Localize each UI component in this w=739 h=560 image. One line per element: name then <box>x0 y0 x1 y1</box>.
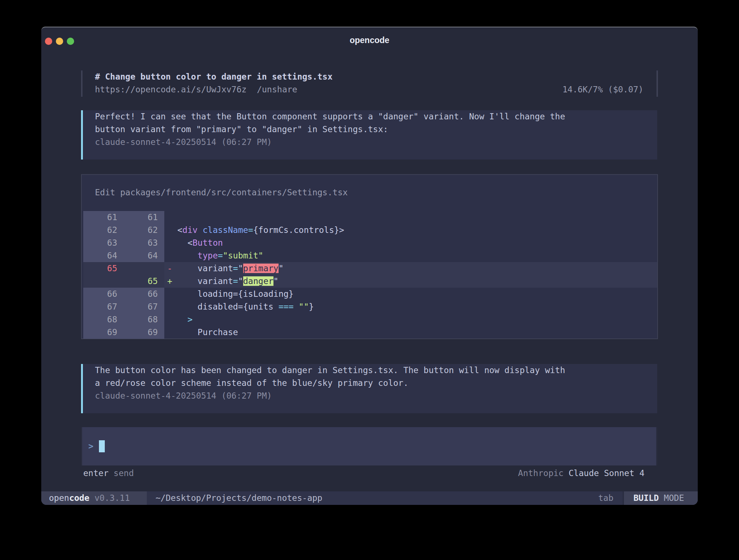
code-line: + variant="danger" <box>164 275 657 288</box>
code-token <box>167 315 187 324</box>
old-line-number: 69 <box>83 326 124 339</box>
code-token: = <box>248 225 253 235</box>
code-token: Button <box>192 238 223 248</box>
code-token: " <box>273 276 279 286</box>
new-line-number: 63 <box>124 237 164 249</box>
diff-row: 6969 Purchase <box>82 326 657 339</box>
message-meta: claude-sonnet-4-20250514 (06:27 PM) <box>95 390 657 402</box>
provider-name: Anthropic <box>518 468 568 478</box>
code-token <box>167 251 198 260</box>
code-token: className <box>203 225 248 235</box>
code-token: = <box>233 276 238 286</box>
diff-row: 6666 loading={isLoading} <box>82 288 657 300</box>
old-line-number: 62 <box>83 224 124 237</box>
share-url[interactable]: https://opencode.ai/s/UwJxv76z <box>95 85 246 94</box>
diff-row: 6464 type="submit" <box>82 249 657 262</box>
session-header: # Change button color to danger in setti… <box>81 70 658 97</box>
unshare-command[interactable]: /unshare <box>257 85 297 94</box>
opencode-terminal-window: opencode # Change button color to danger… <box>41 27 698 505</box>
code-token: primary <box>243 264 279 273</box>
status-bar: opencode v0.3.11 ~/Desktop/Projects/demo… <box>41 491 698 505</box>
code-token: > <box>187 315 192 324</box>
code-token: } <box>309 302 314 311</box>
code-token: < <box>167 238 192 248</box>
diff-row: 6868 > <box>82 313 657 326</box>
working-directory: ~/Desktop/Projects/demo-notes-app <box>156 491 322 505</box>
old-line-number: 63 <box>83 237 124 249</box>
assistant-message: Perfect! I can see that the Button compo… <box>81 110 657 160</box>
code-line: - variant="primary" <box>164 262 657 275</box>
code-line: Purchase <box>164 326 657 339</box>
message-line: button variant from "primary" to "danger… <box>95 123 657 136</box>
code-line: <Button <box>164 237 657 249</box>
prompt-input[interactable]: > <box>81 427 657 465</box>
tab-key-hint[interactable]: tab <box>598 491 613 505</box>
message-line: Perfect! I can see that the Button compo… <box>95 110 657 123</box>
code-line: > <box>164 313 657 326</box>
diff-row: 65+ variant="danger" <box>82 275 657 288</box>
code-token <box>198 225 203 235</box>
diff-row: 65- variant="primary" <box>82 262 657 275</box>
new-line-number: 64 <box>124 249 164 262</box>
message-line: a red/rose color scheme instead of the b… <box>95 377 657 390</box>
new-line-number <box>124 262 164 275</box>
new-line-number: 66 <box>124 288 164 300</box>
code-token: variant <box>172 264 233 273</box>
window-title: opencode <box>41 35 698 45</box>
code-token: div <box>183 225 198 235</box>
code-line: loading={isLoading} <box>164 288 657 300</box>
code-token: === <box>279 302 294 311</box>
code-token: - <box>167 264 172 273</box>
diff-row: 6262 <div className={formCs.controls}> <box>82 224 657 237</box>
diff-view: 61616262 <div className={formCs.controls… <box>82 211 657 339</box>
code-token: = <box>233 264 238 273</box>
edit-tool-panel: Edit packages/frontend/src/containers/Se… <box>81 174 658 339</box>
new-line-number: 65 <box>124 275 164 288</box>
code-token: variant <box>172 276 233 286</box>
message-meta: claude-sonnet-4-20250514 (06:27 PM) <box>95 136 657 149</box>
diff-row: 6767 disabled={units === ""} <box>82 300 657 313</box>
code-token: danger <box>243 276 273 286</box>
prompt-chevron: > <box>88 440 93 453</box>
diff-row: 6363 <Button <box>82 237 657 249</box>
code-token: " <box>238 264 243 273</box>
send-action-hint: send <box>114 468 134 478</box>
old-line-number <box>83 275 124 288</box>
enter-key-hint: enter <box>83 468 108 478</box>
code-line: disabled={units === ""} <box>164 300 657 313</box>
code-line: type="submit" <box>164 249 657 262</box>
token-usage: 14.6K/7% ($0.07) <box>562 83 643 96</box>
code-token: " <box>279 264 284 273</box>
text-cursor <box>99 440 105 452</box>
code-token: "submit" <box>223 251 263 260</box>
old-line-number: 64 <box>83 249 124 262</box>
app-version: v0.3.11 <box>89 493 130 503</box>
new-line-number: 62 <box>124 224 164 237</box>
message-line: The button color has been changed to dan… <box>95 364 657 377</box>
code-token: disabled={units <box>167 302 279 311</box>
old-line-number: 61 <box>83 211 124 224</box>
old-line-number: 67 <box>83 300 124 313</box>
old-line-number: 66 <box>83 288 124 300</box>
assistant-message: The button color has been changed to dan… <box>81 364 657 413</box>
header-right-rule <box>656 70 658 97</box>
edit-file-path: Edit packages/frontend/src/containers/Se… <box>95 186 657 199</box>
new-line-number: 69 <box>124 326 164 339</box>
footer-hints: enter send Anthropic Claude Sonnet 4 <box>83 467 644 480</box>
code-token: " <box>238 276 243 286</box>
mode-badge[interactable]: BUILD MODE <box>623 491 698 505</box>
model-name: Claude Sonnet 4 <box>568 468 644 478</box>
new-line-number: 61 <box>124 211 164 224</box>
code-token: = <box>218 251 223 260</box>
code-token: Purchase <box>167 327 238 337</box>
code-line: <div className={formCs.controls}> <box>164 224 657 237</box>
diff-row: 6161 <box>82 211 657 224</box>
code-token: "" <box>299 302 309 311</box>
new-line-number: 68 <box>124 313 164 326</box>
old-line-number: 68 <box>83 313 124 326</box>
app-version-badge: opencode v0.3.11 <box>41 491 147 505</box>
session-title: # Change button color to danger in setti… <box>95 70 658 83</box>
code-token: type <box>198 251 218 260</box>
code-token <box>294 302 299 311</box>
old-line-number: 65 <box>83 262 124 275</box>
